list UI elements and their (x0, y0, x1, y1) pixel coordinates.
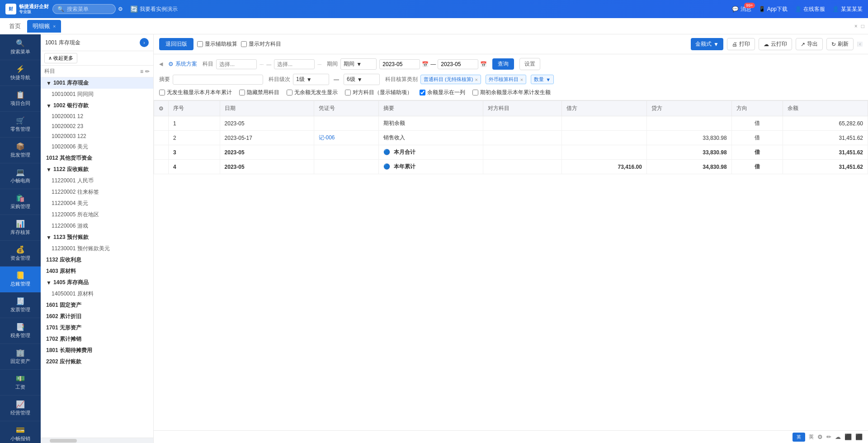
filter-collapse-toggle[interactable]: ◀ (159, 61, 163, 67)
period-start-input[interactable] (379, 59, 420, 69)
checkbox-balance-single[interactable]: 余额显示在一列 (420, 89, 465, 96)
level-end-select[interactable]: 6级 ▼ (344, 74, 380, 85)
tree-item-1702[interactable]: 1702 累计摊销 (41, 333, 153, 345)
tab-ledger[interactable]: 明细账 × (27, 20, 61, 33)
window-close-button[interactable]: × (854, 23, 858, 29)
show-opposite-checkbox[interactable]: 显示对方科目 (241, 40, 281, 48)
tree-item-1701[interactable]: 1701 无形资产 (41, 322, 153, 333)
sidebar-item-accounting[interactable]: 📒 总账管理 (0, 267, 41, 292)
tree-item-1801[interactable]: 1801 长期待摊费用 (41, 345, 153, 356)
block-icon-1[interactable]: ⬛ (844, 433, 852, 440)
edit-icon-bottom[interactable]: ✏ (826, 433, 831, 440)
subject-end-more-icon[interactable]: ··· (317, 62, 321, 67)
input-method-icon[interactable]: 英 (809, 433, 814, 440)
sidebar-item-search[interactable]: 🔍 搜索菜单 (0, 34, 41, 60)
tree-item-1123[interactable]: ▼ 1123 预付账款 (41, 232, 153, 243)
tree-item-1405[interactable]: ▼ 1405 库存商品 (41, 277, 153, 288)
period-end-input[interactable] (438, 59, 478, 69)
col-settings[interactable]: ⚙ (154, 101, 169, 116)
tree-item-1132[interactable]: 1132 应收利息 (41, 254, 153, 266)
cloud-icon-bottom[interactable]: ☁ (835, 433, 841, 440)
message-button[interactable]: 💬 消息 99+ (732, 5, 751, 13)
tree-item-1002[interactable]: ▼ 1002 银行存款 (41, 100, 153, 111)
tree-item-1601[interactable]: 1601 固定资产 (41, 300, 153, 311)
online-service-button[interactable]: 👤 在线客服 (795, 5, 825, 13)
tree-item-10020006[interactable]: 10020006 美元 (41, 141, 153, 152)
scheme-settings-icon[interactable]: ⚙ (168, 61, 174, 67)
sidebar-item-retail[interactable]: 🛒 零售管理 (0, 112, 41, 138)
sidebar-item-tax[interactable]: 📑 税务管理 (0, 318, 41, 344)
sidebar-item-finance[interactable]: 💰 资金管理 (0, 241, 41, 267)
tree-item-1001[interactable]: ▼ 1001 库存现金 (41, 77, 153, 89)
window-maximize-button[interactable]: □ (861, 23, 864, 29)
amount-mode-button[interactable]: 金额式 ▼ (691, 38, 723, 50)
tree-item-2202[interactable]: 2202 应付账款 (41, 356, 153, 367)
cloud-print-button[interactable]: ☁ 云打印 (759, 38, 792, 50)
user-avatar[interactable]: 👤 某某某某 (832, 5, 863, 13)
back-old-version-button[interactable]: 退回旧版 (159, 38, 193, 50)
sidebar-item-quick-nav[interactable]: ⚡ 快捷导航 (0, 60, 41, 86)
category-tag-2[interactable]: 外币核算科目 × (486, 75, 526, 84)
subject-more-icon[interactable]: ··· (259, 62, 264, 67)
collapse-button[interactable]: ∧ 收起更多 (44, 53, 77, 63)
settings-icon[interactable]: ⚙ (116, 5, 125, 14)
tag-close-icon[interactable]: × (475, 77, 477, 82)
search-input[interactable] (67, 6, 112, 12)
tree-item-11220005[interactable]: 11220005 所在地区 (41, 209, 153, 220)
tree-item-1403[interactable]: 1403 原材料 (41, 266, 153, 277)
demo-link[interactable]: 🔄 我要看实例演示 (130, 5, 178, 13)
tree-item-14050001[interactable]: 14050001 原材料 (41, 288, 153, 300)
checkbox-opposite-subject[interactable]: 对方科目（显示辅助项） (345, 89, 412, 96)
checkbox-no-balance2[interactable]: 无余额无发生显示 (287, 89, 338, 96)
print-button[interactable]: 🖨 打印 (727, 38, 755, 50)
tree-item-11220001[interactable]: 11220001 人民币 (41, 175, 153, 186)
lang-switch-button[interactable]: 英 (793, 433, 805, 442)
sidebar-item-purchase[interactable]: 🛍️ 采购管理 (0, 189, 41, 215)
level-start-select[interactable]: 1级 ▼ (293, 74, 329, 85)
tree-item-1122[interactable]: ▼ 1122 应收账款 (41, 164, 153, 175)
calendar-start-icon[interactable]: 📅 (422, 61, 429, 67)
refresh-button[interactable]: ↻ 刷新 (826, 38, 854, 50)
tree-item-11220002[interactable]: 11220002 往来标签 (41, 186, 153, 198)
tree-item-1012[interactable]: 1012 其他货币资金 (41, 152, 153, 164)
checkbox-no-balance[interactable]: 无发生额显示本月本年累计 (159, 89, 232, 96)
tab-close-icon[interactable]: × (53, 24, 56, 29)
sidebar-item-inventory[interactable]: 📊 库存核算 (0, 215, 41, 241)
sidebar-item-assets[interactable]: 🏢 固定资产 (0, 344, 41, 370)
tree-edit-icon[interactable]: ✏ (145, 68, 150, 75)
sidebar-item-operations[interactable]: 📈 经营管理 (0, 395, 41, 421)
subject-input[interactable] (216, 59, 257, 69)
summary-input[interactable] (173, 75, 263, 85)
app-download-button[interactable]: 📱 App下载 (759, 5, 788, 13)
category-tag-1[interactable]: 普通科目 (无特殊核算) × (420, 75, 481, 84)
block-icon-2[interactable]: ⬛ (855, 433, 863, 440)
checkbox-hide-disabled[interactable]: 隐藏禁用科目 (239, 89, 279, 96)
top-search-box[interactable]: 🔍 (52, 4, 116, 14)
account-select-button[interactable]: › (140, 38, 149, 47)
tree-item-10020001[interactable]: 10020001 12 (41, 111, 153, 121)
tree-item-10010001[interactable]: 10010001 同同同 (41, 89, 153, 100)
sidebar-item-project[interactable]: 📋 项目合同 (0, 86, 41, 112)
account-tree-scrollbar[interactable] (41, 438, 153, 443)
sidebar-item-salary[interactable]: 💵 工资 (0, 370, 41, 395)
subject-end-input[interactable] (274, 59, 315, 69)
sidebar-item-sales-report[interactable]: 💳 小畅报销 (0, 421, 41, 443)
tag-close-icon[interactable]: × (520, 77, 523, 82)
tab-home[interactable]: 首页 (4, 20, 26, 33)
checkbox-opening-balance[interactable]: 期初余额显示本年累计发生额 (472, 89, 551, 96)
sidebar-item-invoice[interactable]: 🧾 发票管理 (0, 292, 41, 318)
tree-item-11220004[interactable]: 11220004 美元 (41, 198, 153, 209)
search-button[interactable]: 查询 (492, 58, 514, 70)
right-handle[interactable]: ‹ (857, 42, 863, 47)
export-button[interactable]: ↗ 导出 (796, 38, 823, 50)
sidebar-item-ecommerce[interactable]: 💻 小畅电商 (0, 163, 41, 189)
quantity-tag[interactable]: 数量 ▼ (531, 75, 554, 84)
tree-item-10020002[interactable]: 10020002 23 (41, 121, 153, 131)
tree-sort-icon[interactable]: ≡ (140, 68, 143, 75)
voucher-link[interactable]: 记-006 (319, 134, 335, 141)
tree-item-11230001[interactable]: 11230001 预付账款美元 (41, 243, 153, 254)
sidebar-item-wholesale[interactable]: 📦 批发管理 (0, 138, 41, 163)
tree-item-11220006[interactable]: 11220006 游戏 (41, 220, 153, 232)
tree-item-10020003[interactable]: 10020003 122 (41, 131, 153, 141)
tree-item-1602[interactable]: 1602 累计折旧 (41, 311, 153, 322)
